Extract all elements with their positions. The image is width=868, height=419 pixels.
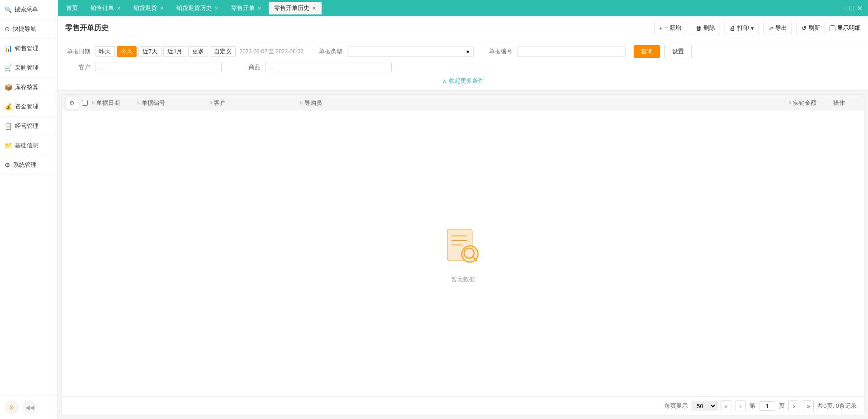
first-page-button[interactable]: « [721,400,731,411]
display-detail-checkbox[interactable] [830,25,835,31]
system-icon: ⚙ [5,161,10,169]
window-minimize-button[interactable]: − [843,4,847,12]
page-prefix-label: 第 [749,402,755,410]
col-header-doc-date[interactable]: ⇅ 单据日期 [91,99,137,107]
date-btn-last7[interactable]: 近7天 [138,46,161,57]
product-select[interactable]: ... [265,62,392,72]
export-label: 导出 [775,24,787,32]
sidebar-item-quick-nav[interactable]: ⊙ 快捷导航 [0,19,57,39]
sidebar-item-label: 库存核算 [15,83,38,91]
date-btn-yesterday[interactable]: 昨天 [95,46,115,57]
empty-text: 暂无数据 [451,275,475,283]
date-btn-last-month[interactable]: 近1月 [163,46,186,57]
close-tab-sales-return-history[interactable]: ✕ [214,5,218,11]
page-number-input[interactable] [759,401,775,411]
tab-sales-return-history[interactable]: 销货退货历史 ✕ [171,2,224,14]
collapse-filter-button[interactable]: ∧ 收起更多条件 [65,76,861,86]
sidebar-item-finance[interactable]: 💰 资金管理 [0,97,57,117]
col-header-salesperson[interactable]: ⇅ 导购员 [299,99,354,107]
sort-icon: ⇅ [137,100,140,105]
date-btn-custom[interactable]: 自定义 [210,46,236,57]
tab-sales-order-label: 销售订单 [90,4,114,12]
print-button[interactable]: 🖨 打印 ▾ [725,22,759,34]
add-button[interactable]: + + 新增 [654,22,686,34]
window-maximize-button[interactable]: □ [849,4,854,12]
sidebar-item-label: 销售管理 [15,44,38,52]
sidebar-item-label: 快捷导航 [13,25,36,33]
last-page-button[interactable]: » [803,400,814,411]
sidebar-item-purchase-mgmt[interactable]: 🛒 采购管理 [0,58,57,78]
tab-sales-return[interactable]: 销货退货 ✕ [128,2,169,14]
col-amount-label: 实销金额 [793,99,816,107]
date-btn-last7-label: 近7天 [142,48,157,55]
print-label: 打印 [737,24,749,32]
close-tab-sales-order[interactable]: ✕ [117,5,121,11]
col-header-customer[interactable]: ⇅ 客户 [209,99,299,107]
customer-select[interactable]: ... [95,62,222,72]
product-filter-label: 商品 [235,63,261,71]
customer-dots: ... [99,64,104,71]
date-btn-today-label: 今天 [121,48,133,55]
tab-home-label: 首页 [66,4,78,12]
sort-icon: ⇅ [91,100,95,105]
delete-button[interactable]: 🗑 删除 [691,22,720,34]
tab-retail-open[interactable]: 零售开单 ✕ [226,2,267,14]
refresh-label: 刷新 [808,24,820,32]
sidebar-search-label: 搜索采单 [14,5,38,14]
sidebar-item-basic-info[interactable]: 📁 基础信息 [0,136,57,155]
finance-icon: 💰 [5,103,12,110]
collapse-button[interactable]: ◀◀ [23,400,37,414]
refresh-button[interactable]: ↺ 刷新 [797,22,825,34]
sidebar-item-system[interactable]: ⚙ 系统管理 [0,155,57,175]
sidebar-item-operations[interactable]: 📋 经营管理 [0,117,57,136]
sidebar-search[interactable]: 🔍 搜索采单 [0,0,57,19]
col-header-doc-no[interactable]: ⇅ 单据编号 [137,99,209,107]
date-filter-label: 单据日期 [65,47,90,56]
sort-icon: ⇅ [209,100,213,105]
col-header-operation: 操作 [833,99,860,107]
close-tab-sales-return[interactable]: ✕ [160,5,164,11]
sort-icon: ⇅ [788,100,792,105]
doc-type-select[interactable]: ▾ [347,47,474,57]
sidebar-item-label: 采购管理 [15,64,38,72]
tab-retail-open-history[interactable]: 零售开单历史 ✕ [269,2,322,14]
purchase-icon: 🛒 [5,64,12,71]
operations-icon: 📋 [5,122,12,130]
chevron-down-icon: ▾ [466,48,470,55]
date-btn-more[interactable]: 更多 [188,46,208,57]
tab-bar-right: − □ ✕ [843,4,866,13]
next-page-button[interactable]: › [788,400,799,411]
export-button[interactable]: ↗ 导出 [764,22,792,34]
table-settings-button[interactable]: ⚙ [66,97,78,109]
print-chevron-icon: ▾ [751,25,754,32]
select-all-checkbox[interactable] [82,100,88,106]
customer-filter-label: 客户 [65,63,90,71]
inventory-icon: 📦 [5,84,12,91]
sidebar: 🔍 搜索采单 ⊙ 快捷导航 📊 销售管理 🛒 采购管理 📦 库存核算 💰 资金管… [0,0,58,419]
close-tab-retail-open[interactable]: ✕ [257,5,261,11]
col-op-label: 操作 [833,99,845,107]
window-close-button[interactable]: ✕ [857,4,863,13]
sidebar-item-inventory[interactable]: 📦 库存核算 [0,78,57,97]
tab-sales-order[interactable]: 销售订单 ✕ [85,2,126,14]
filter-row-1: 单据日期 昨天 今天 近7天 近1月 更多 [65,45,861,58]
tab-home[interactable]: 首页 [61,2,83,14]
col-no-label: 单据编号 [142,99,165,107]
settings-filter-button[interactable]: 设置 [664,45,692,58]
query-button[interactable]: 查询 [634,45,660,58]
page-header: 零售开单历史 + + 新增 🗑 删除 🖨 打印 ▾ ↗ 导出 [58,16,868,40]
display-detail-checkbox-label[interactable]: 显示明细 [830,24,861,32]
date-btn-today[interactable]: 今天 [117,46,137,57]
col-header-actual-amount[interactable]: ⇅ 实销金额 [788,99,833,107]
main-area: 首页 销售订单 ✕ 销货退货 ✕ 销货退货历史 ✕ 零售开单 ✕ 零售开单历史 … [58,0,868,419]
doc-no-input[interactable] [517,47,626,57]
date-filter-buttons: 昨天 今天 近7天 近1月 更多 自定义 [95,46,304,57]
sidebar-item-label: 系统管理 [13,161,37,169]
tab-retail-open-history-label: 零售开单历史 [274,4,309,12]
close-tab-retail-open-history[interactable]: ✕ [312,5,316,11]
settings-button[interactable]: ⚙ [5,400,19,414]
prev-page-button[interactable]: ‹ [735,400,746,411]
empty-state: 暂无数据 [62,111,864,396]
per-page-select[interactable]: 50 20 100 [692,401,717,411]
sidebar-item-sales-mgmt[interactable]: 📊 销售管理 [0,39,57,58]
